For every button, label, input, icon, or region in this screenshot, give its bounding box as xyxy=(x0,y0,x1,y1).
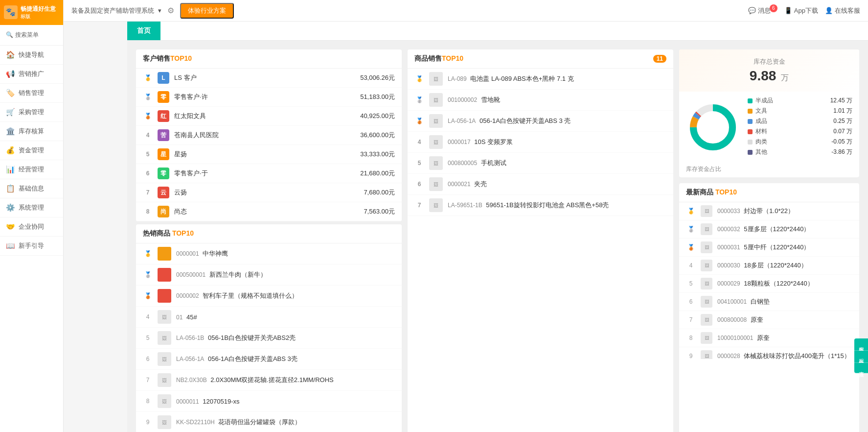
rank-number: 6 xyxy=(686,298,696,305)
legend-banchenpin: 半成品 12.45 万 xyxy=(748,96,852,105)
nav-item-jingying[interactable]: 📊 经营管理 xyxy=(0,160,63,179)
logo-text: 畅捷通好生意 xyxy=(21,5,56,13)
app-download-button[interactable]: 📱 App下载 xyxy=(784,6,818,15)
sales-icon: 🏷️ xyxy=(6,89,15,97)
nav-label-jingying: 经营管理 xyxy=(19,165,44,174)
customer-badge: 红 xyxy=(158,110,169,122)
legend-chengpin: 成品 0.25 万 xyxy=(748,117,852,125)
warehouse-icon: 🏛️ xyxy=(6,127,15,136)
float-btn-fuwushequ[interactable]: 服务社区 xyxy=(854,351,868,363)
search-menu-button[interactable]: 🔍 搜索菜单 xyxy=(4,29,59,41)
product-code: 0000031 xyxy=(717,244,740,251)
product-name: 白钢垫 xyxy=(751,298,770,305)
product-code: 0000011 xyxy=(176,398,199,405)
stock-ratio-label: 库存资金占比 xyxy=(679,163,859,177)
product-name: 45# xyxy=(186,313,197,321)
list-item: 🥇 0000001 中华神鹰 xyxy=(136,243,402,264)
product-image: 🖼 xyxy=(701,350,712,359)
product-info: 0000029 18颗粒板（1220*2440） xyxy=(717,279,814,288)
online-service-button[interactable]: 👤 在线客服 xyxy=(825,6,860,15)
product-code: 004100001 xyxy=(717,298,747,305)
product-image: 🖼 xyxy=(429,72,443,86)
tab-home[interactable]: 首页 xyxy=(127,22,160,40)
list-item: 7 🖼 LA-59651-1B 59651-1B旋转投影灯电池盒 ABS黑色+5… xyxy=(408,195,673,216)
list-item: 8 🖼 0000011 12070519-xs xyxy=(136,391,402,412)
list-item: 4 🖼 0000030 18多层（1220*2440） xyxy=(679,257,859,275)
legend-wenju: 文具 1.01 万 xyxy=(748,107,852,115)
product-name: 雪地靴 xyxy=(481,96,500,103)
rank-number: 🥈 xyxy=(143,94,153,100)
inventory-value: 9.88 万 xyxy=(687,68,851,84)
product-code: 0000029 xyxy=(717,280,740,287)
product-info: KK-SD22110H 花语萌但温分罐罐袋（厚款） xyxy=(176,418,301,427)
nav-item-xitong[interactable]: ⚙️ 系统管理 xyxy=(0,198,63,217)
customer-name: 尚态 xyxy=(174,207,359,216)
list-item: 6 🖼 0000021 夹壳 xyxy=(408,174,673,195)
nav-item-xiaoshou[interactable]: 🏷️ 销售管理 xyxy=(0,84,63,103)
product-code: KK-SD22110H xyxy=(176,419,215,426)
product-code: 0000017 xyxy=(448,139,471,145)
product-name: 056-1A白色按键开关盖ABS 3壳 xyxy=(208,355,297,362)
nav-item-qiye[interactable]: 🤝 企业协同 xyxy=(0,217,63,237)
sidebar-search-section: 🔍 搜索菜单 xyxy=(0,25,63,46)
product-name: 18颗粒板（1220*2440） xyxy=(744,280,813,287)
trial-button[interactable]: 体验行业方案 xyxy=(180,3,234,19)
customer-amount: 21,680.00元 xyxy=(360,169,395,178)
list-item: 🥇 🖼 0000033 封边带（1.0*22） xyxy=(679,202,859,220)
message-badge: 6 xyxy=(770,4,777,12)
product-info: NB2.0X30B 2.0X30MM双搓花轴.搓花直径2.1MM/ROHS xyxy=(176,376,334,384)
new-products-title: 最新商品 TOP10 xyxy=(686,188,737,197)
product-image xyxy=(158,289,171,303)
right-column: 库存总资金 9.88 万 xyxy=(676,47,862,432)
product-name: 5厘多层（1220*2440） xyxy=(744,225,810,233)
list-item: 9 🖼 KK-SD22110H 花语萌但温分罐罐袋（厚款） xyxy=(136,412,402,432)
product-image: 🖼 xyxy=(429,114,443,128)
product-code: LA-59651-1B xyxy=(448,202,482,209)
message-button[interactable]: 💬 消息 6 xyxy=(748,6,777,15)
info-icon: 📋 xyxy=(6,184,15,193)
float-btn-kefuzhaoxian[interactable]: 客服热线 xyxy=(854,338,868,351)
product-info: 0000021 夹壳 xyxy=(448,180,487,189)
product-image: 🖼 xyxy=(701,260,712,271)
inventory-total: 库存总资金 9.88 万 xyxy=(679,49,859,92)
nav-item-kucun[interactable]: 🏛️ 库存核算 xyxy=(0,122,63,141)
nav-item-zijin[interactable]: 💰 资金管理 xyxy=(0,141,63,160)
product-name: 原奎 xyxy=(751,316,763,323)
product-name: 10S 变频罗浆 xyxy=(474,138,513,145)
customer-amount: 53,006.26元 xyxy=(360,73,395,82)
product-info: 0000030 18多层（1220*2440） xyxy=(717,261,807,270)
product-info: 000800005 手机测试 xyxy=(448,159,506,168)
nav-item-caigou[interactable]: 🛒 采购管理 xyxy=(0,103,63,122)
product-info: LA-089 电池盖 LA-089 ABS本色+黑种 7.1 克 xyxy=(448,74,574,83)
product-info: LA-59651-1B 59651-1B旋转投影灯电池盒 ABS黑色+58壳 xyxy=(448,201,609,210)
rank-number: 6 xyxy=(414,181,424,188)
nav-item-xinshou[interactable]: 📖 新手引导 xyxy=(0,237,63,256)
list-item: 7 🖼 NB2.0X30B 2.0X30MM双搓花轴.搓花直径2.1MM/ROH… xyxy=(136,370,402,391)
system-selector: 装备及固定资产辅助管理系统 ▾ xyxy=(71,6,161,15)
rank-number: 🥇 xyxy=(143,250,153,257)
product-info: 0000033 封边带（1.0*22） xyxy=(717,207,794,216)
search-menu-label: 搜索菜单 xyxy=(15,31,39,39)
product-image: 🖼 xyxy=(429,93,443,107)
product-image: 🖼 xyxy=(158,415,171,429)
list-item: 7 云 云扬 7,680.00元 xyxy=(136,183,402,202)
rank-number: 🥉 xyxy=(414,118,424,124)
list-item: 8 尚 尚态 7,563.00元 xyxy=(136,202,402,221)
product-image: 🖼 xyxy=(429,135,443,149)
chevron-down-icon[interactable]: ▾ xyxy=(158,7,161,14)
product-name: 59651-1B旋转投影灯电池盒 ABS黑色+58壳 xyxy=(486,201,609,209)
float-btn-zhibo[interactable]: 直播 xyxy=(854,363,868,373)
nav-item-jichu[interactable]: 📋 基础信息 xyxy=(0,179,63,198)
message-icon: 💬 xyxy=(748,7,756,14)
legend-roulei: 肉类 -0.05 万 xyxy=(748,138,852,146)
customer-badge: 星 xyxy=(158,148,169,160)
legend-dot-cailiao xyxy=(748,129,753,134)
product-name: 5厘中纤（1220*2440） xyxy=(744,243,810,251)
rank-number: 🥈 xyxy=(143,271,153,278)
nav-label-xitong: 系统管理 xyxy=(19,203,44,212)
nav-item-yingxiao[interactable]: 📢 营销推广 xyxy=(0,65,63,84)
nav-item-kuaijie[interactable]: 🏠 快捷导航 xyxy=(0,46,63,65)
inventory-unit: 万 xyxy=(781,73,789,82)
settings-gear-icon[interactable]: ⚙ xyxy=(167,6,174,15)
product-image: 🖼 xyxy=(158,310,171,324)
